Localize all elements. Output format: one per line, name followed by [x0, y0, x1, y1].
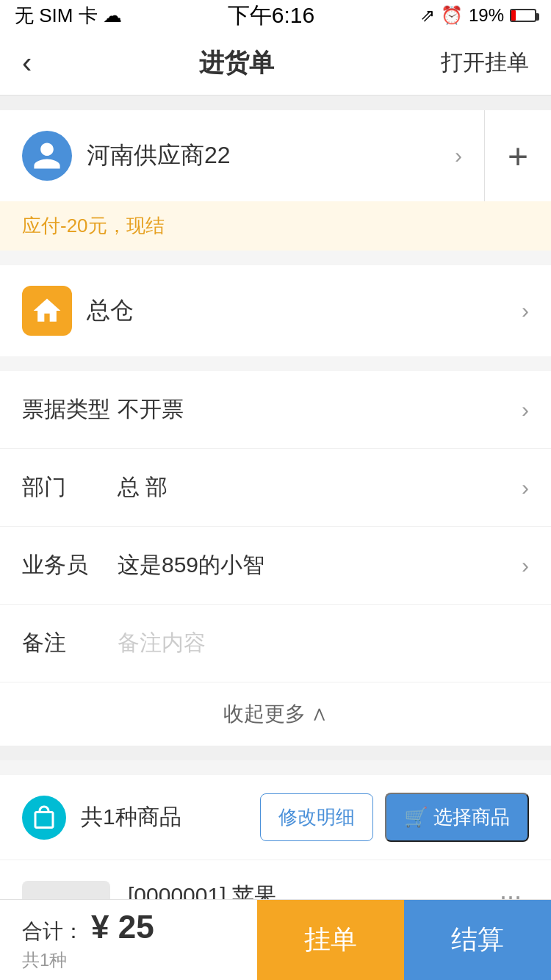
- supplier-chevron-icon: ›: [455, 143, 462, 168]
- invoice-type-chevron: ›: [522, 397, 529, 422]
- add-supplier-button[interactable]: +: [485, 136, 551, 176]
- edit-detail-button[interactable]: 修改明细: [260, 793, 373, 841]
- back-button[interactable]: ‹: [22, 46, 32, 79]
- form-section: 票据类型 不开票 › 部门 总 部 › 业务员 这是859的小智 › 备注 备注…: [0, 371, 551, 682]
- cart-icon: 🛒: [404, 806, 428, 829]
- select-product-label: 选择商品: [433, 804, 510, 830]
- bottom-bar: 合计： ¥ 25 共1种 挂单 结算: [0, 899, 551, 980]
- select-product-button[interactable]: 🛒 选择商品: [385, 793, 529, 842]
- department-value: 总 部: [118, 472, 514, 502]
- hang-button[interactable]: 挂单: [257, 900, 404, 980]
- products-count: 共1种商品: [81, 802, 260, 832]
- supplier-row[interactable]: 河南供应商22 ›: [0, 110, 485, 201]
- status-left: 无 SIM 卡 ☁: [15, 3, 122, 29]
- products-header: 共1种商品 修改明细 🛒 选择商品: [0, 775, 551, 860]
- warehouse-name: 总仓: [87, 295, 514, 327]
- department-chevron: ›: [522, 475, 529, 500]
- alarm-icon: ⏰: [441, 5, 463, 26]
- salesperson-row[interactable]: 业务员 这是859的小智 ›: [0, 527, 551, 605]
- warehouse-section[interactable]: 总仓 ›: [0, 265, 551, 356]
- invoice-type-label: 票据类型: [22, 394, 118, 425]
- nav-bar: ‹ 进货单 打开挂单: [0, 31, 551, 96]
- department-row[interactable]: 部门 总 部 ›: [0, 449, 551, 527]
- total-amount: ¥ 25: [91, 909, 154, 945]
- battery-level: 19%: [469, 5, 504, 26]
- department-label: 部门: [22, 472, 118, 502]
- notice-bar: 应付-20元，现结: [0, 201, 551, 251]
- bag-icon: [31, 804, 57, 831]
- supplier-avatar: [22, 131, 72, 181]
- total-line: 合计： ¥ 25: [22, 909, 235, 945]
- location-icon: ⇗: [420, 5, 435, 26]
- products-icon: [22, 796, 66, 840]
- collapse-bar[interactable]: 收起更多 ∧: [0, 682, 551, 746]
- remark-input[interactable]: 备注内容: [118, 628, 529, 658]
- person-icon: [31, 140, 63, 172]
- remark-label: 备注: [22, 628, 118, 658]
- warehouse-chevron-icon: ›: [522, 298, 529, 323]
- supplier-name: 河南供应商22: [87, 140, 447, 172]
- salesperson-value: 这是859的小智: [118, 550, 514, 580]
- total-sub: 共1种: [22, 948, 235, 972]
- remark-row[interactable]: 备注 备注内容: [0, 605, 551, 682]
- invoice-type-row[interactable]: 票据类型 不开票 ›: [0, 371, 551, 449]
- sim-signal: 无 SIM 卡 ☁: [15, 3, 122, 29]
- total-section: 合计： ¥ 25 共1种: [0, 900, 257, 980]
- salesperson-label: 业务员: [22, 550, 118, 580]
- status-bar: 无 SIM 卡 ☁ 下午6:16 ⇗ ⏰ 19%: [0, 0, 551, 31]
- invoice-type-value: 不开票: [118, 394, 514, 425]
- page-title: 进货单: [199, 46, 274, 80]
- warehouse-icon: [22, 286, 72, 336]
- section-divider-2: [0, 746, 551, 760]
- status-time: 下午6:16: [228, 1, 314, 31]
- salesperson-chevron: ›: [522, 553, 529, 578]
- total-label: 合计：: [22, 918, 84, 945]
- supplier-section: 河南供应商22 › +: [0, 110, 551, 201]
- home-icon: [31, 295, 63, 327]
- status-right: ⇗ ⏰ 19%: [420, 5, 536, 26]
- battery-icon: [510, 9, 536, 22]
- collapse-label: 收起更多 ∧: [223, 700, 328, 728]
- section-divider-1: [0, 96, 551, 110]
- checkout-button[interactable]: 结算: [404, 900, 551, 980]
- open-hang-button[interactable]: 打开挂单: [441, 48, 529, 78]
